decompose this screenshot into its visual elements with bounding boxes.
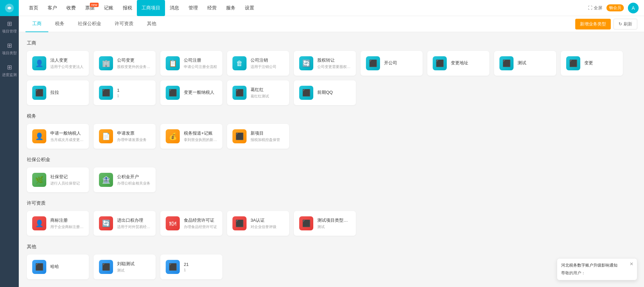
- subtab-business[interactable]: 工商: [25, 16, 48, 32]
- card-haha[interactable]: ⬛ 哈哈: [27, 255, 89, 279]
- subtab-license[interactable]: 许可资质: [108, 16, 140, 32]
- card-icon-trademark: 👤: [32, 216, 46, 230]
- card-icon-change: ⬛: [566, 56, 580, 70]
- card-desc-fund-open: 办理公积金相关业务: [117, 181, 150, 186]
- card-test[interactable]: ⬛ 测试: [494, 51, 556, 76]
- card-liucong[interactable]: ⬛ 刘聪测试 测试: [94, 255, 156, 279]
- card-title-trademark: 商标注册: [50, 217, 84, 223]
- sidebar-item-progress[interactable]: ⊞ 进度监测: [0, 60, 19, 81]
- card-change[interactable]: ⬛ 变更: [561, 51, 623, 76]
- member-badge: 畅会员: [606, 4, 624, 11]
- card-icon-apply-taxpayer: 👤: [32, 129, 46, 143]
- card-desc-new-project: 报税加税控盘保管: [251, 137, 284, 142]
- nav-settings[interactable]: 设置: [240, 0, 259, 16]
- card-equity-transfer[interactable]: 🔄 股权转让 公司变更需要股权转让: [294, 51, 356, 76]
- card-icon-3a: ⬛: [232, 216, 247, 230]
- card-desc-21: 1: [184, 268, 217, 272]
- card-icon-test-define: ⬛: [299, 216, 313, 230]
- main: 工商 税务 社保公积金 许可资质 其他 新增业务类型 ↻ 刷新 工商: [19, 16, 644, 287]
- card-change-address[interactable]: ⬛ 变更地址: [427, 51, 489, 76]
- card-gehonghong[interactable]: ⬛ 葛红红 葛红红测试: [227, 80, 289, 105]
- card-icon-company-change: 🏢: [99, 56, 113, 70]
- sidebar-item-project-management[interactable]: ⊞ 项目管理: [0, 16, 19, 38]
- subtab-other[interactable]: 其他: [140, 16, 163, 32]
- nav-message[interactable]: 消息: [165, 0, 184, 16]
- card-21[interactable]: ⬛ 21 1: [160, 255, 222, 279]
- sidebar-item-project-type[interactable]: ⊞ 项目类型: [0, 38, 19, 60]
- fullscreen-button[interactable]: ⛶ 全屏: [588, 5, 602, 11]
- nav-home[interactable]: 首页: [24, 0, 43, 16]
- card-icon-haha: ⬛: [32, 260, 46, 274]
- progress-icon: ⊞: [7, 64, 12, 71]
- section-social: 社保公积金 🌿 社保登记 进行人员社保登记 🏦 公积金开户 办理公积金相关业务: [27, 157, 636, 192]
- card-title-one: 1: [117, 88, 150, 93]
- card-food-license[interactable]: 🍽 食品经营许可证 办理食品经营许可证: [160, 211, 222, 236]
- nav-bookkeeping[interactable]: 记账: [99, 0, 118, 16]
- avatar[interactable]: A: [628, 3, 639, 13]
- logo[interactable]: [0, 0, 19, 16]
- refresh-button[interactable]: ↻ 刷新: [613, 19, 637, 29]
- card-import-export[interactable]: 🔄 进出口权办理 适用于对外贸易经营者: [94, 211, 156, 236]
- card-title-apply-invoice: 申请发票: [117, 130, 150, 136]
- card-one[interactable]: ⬛ 1 1: [94, 80, 156, 105]
- card-company-cancel[interactable]: 🗑 公司注销 适用于注销公司: [227, 51, 289, 76]
- card-desc-company-change: 股权变更外的业务变更: [117, 64, 150, 69]
- nav-tax[interactable]: 报税: [118, 0, 137, 16]
- subtab-social[interactable]: 社保公积金: [71, 16, 108, 32]
- card-title-equity: 股权转让: [317, 57, 351, 63]
- notification-popup: ✕ 河北税务数字账户升级影响通知 尊敬的用户：: [557, 258, 637, 280]
- card-title-company-change: 公司变更: [117, 57, 150, 63]
- card-desc-trademark: 用于企业商标注册服务: [50, 224, 84, 229]
- card-trademark[interactable]: 👤 商标注册 用于企业商标注册服务: [27, 211, 89, 236]
- card-lala[interactable]: ⬛ 拉拉: [27, 80, 89, 105]
- card-general-taxpayer[interactable]: ⬛ 变更一般纳税人: [160, 80, 222, 105]
- project-management-icon: ⊞: [7, 20, 12, 27]
- card-icon-legal: 👤: [32, 56, 46, 70]
- card-company-change[interactable]: 🏢 公司变更 股权变更外的业务变更: [94, 51, 156, 76]
- card-apply-invoice[interactable]: 📄 申请发票 办理申请发票业务: [94, 124, 156, 149]
- nav-fee[interactable]: 收费: [62, 0, 80, 16]
- card-title-address: 变更地址: [451, 60, 484, 66]
- card-title-test: 测试: [518, 60, 551, 66]
- card-company-register[interactable]: 📋 公司注册 申请公司注册全流程: [160, 51, 222, 76]
- card-3a[interactable]: ⬛ 3A认证 对企业信誉评级: [227, 211, 289, 236]
- card-title-liucong: 刘聪测试: [117, 261, 150, 267]
- add-business-type-button[interactable]: 新增业务类型: [575, 19, 611, 29]
- card-title-open-company: 开公司: [384, 60, 417, 66]
- card-new-project[interactable]: ⬛ 新项目 报税加税控盘保管: [227, 124, 289, 149]
- card-title-21: 21: [184, 262, 217, 267]
- card-desc-import-export: 适用于对外贸易经营者: [117, 224, 150, 229]
- card-legal-change[interactable]: 👤 法人变更 适用于公司变更法人: [27, 51, 89, 76]
- card-title-test-define: 测试项目类型目定义: [317, 217, 351, 223]
- card-icon-one: ⬛: [99, 86, 113, 100]
- card-social-register[interactable]: 🌿 社保登记 进行人员社保登记: [27, 167, 89, 192]
- nav-customer[interactable]: 客户: [43, 0, 62, 16]
- card-title-haha: 哈哈: [50, 264, 84, 270]
- card-fund-open[interactable]: 🏦 公积金开户 办理公积金相关业务: [94, 167, 156, 192]
- notification-close-button[interactable]: ✕: [630, 261, 634, 267]
- nav-business[interactable]: 工商项目: [137, 0, 165, 16]
- card-tax-report[interactable]: 💰 税务报道+记账 拿到营业执照的新公司: [160, 124, 222, 149]
- card-test-define[interactable]: ⬛ 测试项目类型目定义 测试: [294, 211, 356, 236]
- nav-ticket[interactable]: 票据 new: [80, 0, 99, 16]
- top-nav: 首页 客户 收费 票据 new 记账 报税 工商项目 消息 管理 经营 服务 设…: [19, 0, 644, 16]
- nav-service[interactable]: 服务: [221, 0, 240, 16]
- nav-manage[interactable]: 管理: [184, 0, 203, 16]
- nav-operation[interactable]: 经营: [203, 0, 221, 16]
- card-desc-test-define: 测试: [317, 224, 351, 229]
- card-icon-company-cancel: 🗑: [232, 56, 247, 70]
- section-business: 工商 👤 法人变更 适用于公司变更法人 🏢 公司变更 股权变更外的业务变更: [27, 40, 636, 105]
- card-open-company[interactable]: ⬛ 开公司: [361, 51, 423, 76]
- card-qq[interactable]: ⬛ 前期QQ: [294, 80, 356, 105]
- cards-grid-tax: 👤 申请一般纳税人 当月或次月成变更完成 📄 申请发票 办理申请发票业务 💰: [27, 124, 636, 149]
- sidebar-item-label-2: 进度监测: [2, 72, 17, 77]
- card-icon-gehonghong: ⬛: [232, 86, 247, 100]
- fullscreen-icon: ⛶: [588, 5, 592, 10]
- card-apply-taxpayer[interactable]: 👤 申请一般纳税人 当月或次月成变更完成: [27, 124, 89, 149]
- subtab-tax[interactable]: 税务: [48, 16, 71, 32]
- card-title-apply-taxpayer: 申请一般纳税人: [50, 130, 84, 136]
- card-desc-tax-report: 拿到营业执照的新公司: [184, 137, 217, 142]
- card-title-social-register: 社保登记: [50, 174, 84, 180]
- member-button[interactable]: 畅会员: [606, 4, 624, 11]
- card-desc-liucong: 测试: [117, 268, 150, 273]
